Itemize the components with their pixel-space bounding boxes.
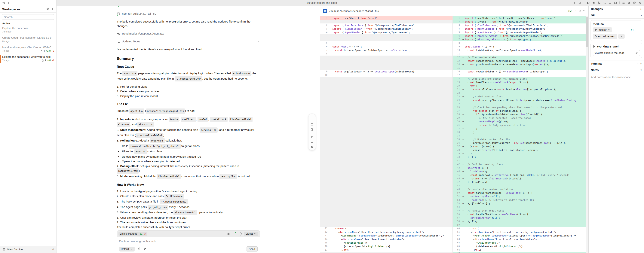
files-changed-chip[interactable]: 2 files changed +61 -3 [118, 232, 148, 236]
bullet-list-item: •Filters for Pending status plans [117, 149, 260, 154]
line-number: 5 [320, 41, 329, 45]
diff-row: 63 <div className="flex flex-1 overflow-… [453, 238, 586, 241]
hide-whitespace-icon[interactable] [578, 10, 581, 12]
caret-right-icon: ▸ [640, 8, 642, 10]
notes-input[interactable]: Add notes about this workspace... [588, 73, 644, 81]
paperclip-icon[interactable] [137, 247, 140, 250]
section-notes[interactable]: Notes ▾ [588, 67, 644, 73]
bullet-list-item: •Opens the modal when a new plan is dete… [117, 159, 260, 164]
branch-dropdown[interactable]: master [593, 28, 612, 32]
diff-row [320, 116, 452, 120]
archive-icon[interactable] [2, 2, 5, 4]
numbered-list-item: 2.Claude enters plan mode and calls Exit… [117, 194, 260, 199]
version-dropdown[interactable]: Latest [244, 232, 258, 236]
read-icon [117, 32, 120, 35]
code-line: } [465, 127, 586, 130]
diff-row [320, 191, 452, 195]
code-line [332, 120, 452, 123]
play-icon[interactable] [310, 135, 314, 138]
pencil-icon[interactable] [635, 52, 638, 54]
line-number: 55 [453, 209, 462, 212]
file-icon [42, 59, 44, 62]
code-line [332, 20, 452, 24]
archive-count: 0 [52, 248, 54, 251]
numbered-list-item: 6.User can review, annotate, approve, or… [117, 216, 260, 220]
diff-row: 39+ } [453, 152, 586, 156]
code-line: setPendingPlan(plan); [465, 120, 586, 123]
diff-row [320, 130, 452, 134]
inline-code: ~/.medusa/pending/ [174, 76, 202, 82]
expand-icon[interactable] [636, 62, 639, 65]
sign-out-icon[interactable] [8, 2, 11, 4]
list-number: 7. [117, 221, 119, 224]
chevron-down-icon[interactable] [257, 40, 260, 43]
code-line [332, 205, 452, 209]
line-number: 10 [453, 48, 462, 52]
diff-file-header[interactable]: TS /medusa/medusa/src/pages/Agent.tsx +5… [320, 6, 588, 16]
send-button[interactable]: Send [246, 246, 258, 252]
message-input[interactable]: Continue working on this task... Default… [117, 237, 260, 253]
add-workspace-button[interactable] [51, 8, 54, 11]
image-off-icon[interactable] [310, 123, 314, 126]
monitor-icon[interactable] [310, 140, 314, 144]
line-number: 62 [453, 234, 462, 238]
open-pull-request-button[interactable]: Open pull request [593, 34, 617, 39]
code-line [332, 173, 452, 177]
workspace-item[interactable]: Create Good First Issues on Github So p6… [0, 35, 56, 44]
working-branch-value: vk/3ccf-explore-the-code [594, 52, 624, 54]
line-number: 1 [453, 16, 462, 20]
pen-icon[interactable] [143, 247, 146, 250]
search-input[interactable] [2, 14, 54, 20]
diff-row: 6+import { PlanReviewModal } from "@/com… [453, 34, 586, 38]
line-number: 8 [453, 41, 462, 45]
workspace-item[interactable]: Explore the codebase35m ago [0, 25, 56, 35]
asterisk-icon[interactable] [227, 232, 230, 235]
working-branch-input[interactable]: vk/3ccf-explore-the-code [593, 50, 640, 56]
tool-call-row[interactable]: npm run build 2>&1 | tail -80 [117, 12, 260, 16]
line-number: 4 [320, 30, 329, 34]
workspace-item[interactable]: Install and integrate Vibe Kanban Web C7… [0, 44, 56, 54]
diff-sign [329, 177, 332, 180]
line-number: 27 [453, 109, 462, 112]
diff-row: 16 {sidebarOpen && <RightSidebar />} [320, 244, 452, 248]
code-line: <ChatInterface /> [465, 241, 586, 244]
diff-sign [329, 80, 332, 84]
copy-icon[interactable] [310, 128, 314, 131]
workspace-item[interactable]: Explore the codebase I want you to expl7… [0, 54, 56, 64]
tool-call-row[interactable]: Updated Todos [117, 39, 260, 44]
view-archive-label: View Archive [7, 248, 23, 251]
layers-icon[interactable] [46, 8, 49, 11]
tool-call-row[interactable]: Read medusa/src/pages/Agent.tsx [117, 31, 260, 36]
code-line [332, 184, 452, 188]
line-number [320, 116, 329, 120]
code-line: import { useState } from "react"; [332, 16, 452, 20]
assistant-paragraph: The build completed successfully with no… [117, 19, 260, 28]
view-archive-button[interactable]: View Archive 0 [0, 246, 56, 253]
line-number [320, 177, 329, 180]
diff-sign [329, 98, 332, 102]
pr-options-dropdown[interactable] [618, 34, 625, 39]
diff-sign [329, 170, 332, 173]
git-compare-icon[interactable] [310, 146, 314, 148]
diff-row [320, 166, 452, 170]
diff-scrollbar[interactable] [586, 16, 588, 253]
todos-icon[interactable] [232, 232, 236, 235]
section-terminal[interactable]: Terminal ▸ [588, 60, 644, 67]
drag-dots-icon[interactable] [310, 116, 314, 118]
diff-sign: + [462, 205, 465, 209]
diff-sign [329, 195, 332, 198]
section-changes[interactable]: Changes ▸ [588, 6, 644, 12]
diff-row: 44+ loadPlans(); [453, 170, 586, 173]
collapse-file-icon[interactable] [583, 10, 586, 12]
line-number [320, 20, 329, 24]
more-actions-button[interactable]: ··· [636, 28, 640, 32]
code-line: import { AgentHeader } from "@/component… [332, 30, 452, 34]
inline-code: pendingPlan [220, 174, 237, 179]
scrollbar-thumb[interactable] [586, 17, 588, 47]
diff-sign [329, 234, 332, 238]
section-heading: Root Cause [117, 65, 260, 69]
code-line: <div className="flex flex-col h-screen b… [465, 230, 586, 234]
diff-sign: + [462, 20, 465, 24]
section-git[interactable]: Git ▾ [588, 12, 644, 18]
mode-dropdown[interactable]: Default [119, 246, 134, 252]
